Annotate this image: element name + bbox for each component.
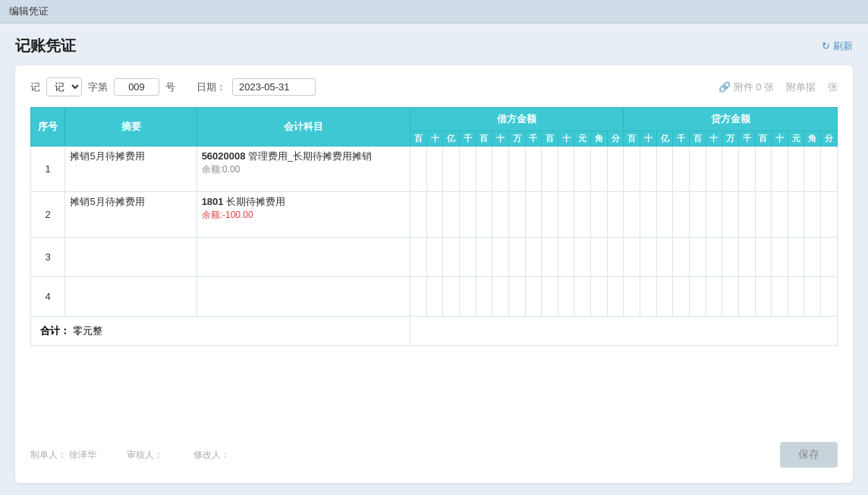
credit-digit-cell[interactable]: [738, 238, 755, 277]
debit-digit-cell[interactable]: [607, 147, 624, 192]
debit-digit-cell[interactable]: [591, 192, 608, 238]
debit-digit-cell[interactable]: [525, 147, 542, 192]
debit-digit-cell[interactable]: [542, 238, 558, 277]
debit-digit-cell[interactable]: [426, 192, 443, 238]
debit-digit-cell[interactable]: [476, 192, 492, 238]
debit-digit-cell[interactable]: [476, 147, 492, 192]
debit-digit-cell[interactable]: [574, 238, 591, 277]
credit-digit-cell[interactable]: [804, 238, 821, 277]
debit-digit-cell[interactable]: [558, 147, 574, 192]
debit-digit-cell[interactable]: [542, 147, 558, 192]
credit-digit-cell[interactable]: [624, 147, 640, 192]
credit-digit-cell[interactable]: [722, 238, 739, 277]
credit-digit-cell[interactable]: [804, 147, 821, 192]
debit-digit-cell[interactable]: [426, 238, 443, 277]
type-select[interactable]: 记: [46, 77, 82, 96]
debit-digit-cell[interactable]: [443, 277, 460, 317]
debit-digit-cell[interactable]: [508, 147, 525, 192]
credit-digit-cell[interactable]: [624, 238, 640, 277]
debit-digit-cell[interactable]: [460, 238, 476, 277]
credit-digit-cell[interactable]: [772, 147, 788, 192]
debit-digit-cell[interactable]: [525, 192, 542, 238]
debit-digit-cell[interactable]: [607, 238, 624, 277]
debit-digit-cell[interactable]: [607, 192, 624, 238]
debit-digit-cell[interactable]: [525, 238, 542, 277]
credit-digit-cell[interactable]: [722, 192, 739, 238]
credit-digit-cell[interactable]: [673, 147, 690, 192]
debit-digit-cell[interactable]: [574, 147, 591, 192]
credit-digit-cell[interactable]: [755, 192, 772, 238]
credit-digit-cell[interactable]: [656, 238, 673, 277]
debit-digit-cell[interactable]: [460, 147, 476, 192]
row-account[interactable]: 56020008 管理费用_长期待摊费用摊销余额:0.00: [197, 147, 410, 192]
debit-digit-cell[interactable]: [492, 192, 509, 238]
debit-digit-cell[interactable]: [542, 192, 558, 238]
debit-digit-cell[interactable]: [476, 277, 492, 317]
credit-digit-cell[interactable]: [656, 277, 673, 317]
credit-digit-cell[interactable]: [738, 147, 755, 192]
credit-digit-cell[interactable]: [706, 238, 722, 277]
debit-digit-cell[interactable]: [542, 277, 558, 317]
debit-digit-cell[interactable]: [443, 147, 460, 192]
debit-digit-cell[interactable]: [410, 147, 427, 192]
credit-digit-cell[interactable]: [772, 277, 788, 317]
credit-digit-cell[interactable]: [722, 147, 739, 192]
debit-digit-cell[interactable]: [460, 192, 476, 238]
debit-digit-cell[interactable]: [525, 277, 542, 317]
credit-digit-cell[interactable]: [706, 147, 722, 192]
credit-digit-cell[interactable]: [624, 277, 640, 317]
credit-digit-cell[interactable]: [640, 277, 657, 317]
row-summary[interactable]: [65, 238, 197, 277]
debit-digit-cell[interactable]: [591, 147, 608, 192]
credit-digit-cell[interactable]: [673, 277, 690, 317]
row-account[interactable]: [197, 238, 410, 277]
credit-digit-cell[interactable]: [722, 277, 739, 317]
credit-digit-cell[interactable]: [788, 192, 804, 238]
date-input[interactable]: [232, 78, 316, 96]
credit-digit-cell[interactable]: [689, 147, 706, 192]
credit-digit-cell[interactable]: [755, 147, 772, 192]
row-account[interactable]: 1801 长期待摊费用余额:-100.00: [197, 192, 410, 238]
credit-digit-cell[interactable]: [706, 192, 722, 238]
credit-digit-cell[interactable]: [821, 147, 838, 192]
debit-digit-cell[interactable]: [508, 192, 525, 238]
debit-digit-cell[interactable]: [426, 277, 443, 317]
debit-digit-cell[interactable]: [492, 147, 509, 192]
credit-digit-cell[interactable]: [772, 192, 788, 238]
credit-digit-cell[interactable]: [788, 277, 804, 317]
debit-digit-cell[interactable]: [574, 277, 591, 317]
credit-digit-cell[interactable]: [640, 238, 657, 277]
debit-digit-cell[interactable]: [574, 192, 591, 238]
credit-digit-cell[interactable]: [640, 147, 657, 192]
debit-digit-cell[interactable]: [410, 277, 427, 317]
credit-digit-cell[interactable]: [689, 192, 706, 238]
credit-digit-cell[interactable]: [624, 192, 640, 238]
credit-digit-cell[interactable]: [689, 238, 706, 277]
credit-digit-cell[interactable]: [821, 238, 838, 277]
credit-digit-cell[interactable]: [772, 238, 788, 277]
refresh-button[interactable]: ↻ 刷新: [822, 39, 853, 53]
debit-digit-cell[interactable]: [410, 238, 427, 277]
debit-digit-cell[interactable]: [443, 238, 460, 277]
credit-digit-cell[interactable]: [804, 192, 821, 238]
debit-digit-cell[interactable]: [607, 277, 624, 317]
credit-digit-cell[interactable]: [788, 147, 804, 192]
credit-digit-cell[interactable]: [804, 277, 821, 317]
row-summary[interactable]: 摊销5月待摊费用: [65, 192, 197, 238]
credit-digit-cell[interactable]: [673, 238, 690, 277]
debit-digit-cell[interactable]: [426, 147, 443, 192]
row-summary[interactable]: 摊销5月待摊费用: [65, 147, 197, 192]
credit-digit-cell[interactable]: [656, 192, 673, 238]
debit-digit-cell[interactable]: [558, 238, 574, 277]
debit-digit-cell[interactable]: [508, 238, 525, 277]
debit-digit-cell[interactable]: [558, 277, 574, 317]
credit-digit-cell[interactable]: [640, 192, 657, 238]
debit-digit-cell[interactable]: [591, 277, 608, 317]
credit-digit-cell[interactable]: [673, 192, 690, 238]
credit-digit-cell[interactable]: [656, 147, 673, 192]
row-account[interactable]: [197, 277, 410, 317]
credit-digit-cell[interactable]: [788, 238, 804, 277]
credit-digit-cell[interactable]: [738, 277, 755, 317]
debit-digit-cell[interactable]: [508, 277, 525, 317]
credit-digit-cell[interactable]: [755, 277, 772, 317]
